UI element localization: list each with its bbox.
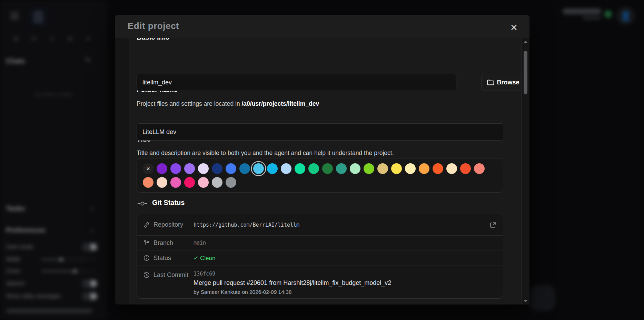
history-icon bbox=[143, 272, 150, 278]
status-row: Status ✓ Clean bbox=[137, 250, 503, 266]
color-swatch[interactable] bbox=[433, 163, 443, 174]
folder-name-input[interactable] bbox=[137, 74, 456, 91]
git-status-heading: Git Status bbox=[152, 199, 185, 207]
last-commit-row: Last Commit 136fc69 Merge pull request #… bbox=[137, 266, 503, 299]
color-swatch[interactable] bbox=[295, 163, 305, 174]
app-screen: ⚙ ⟳ ≡ ✉ ✕ Chats ✎ No chats or tasks Task… bbox=[0, 0, 644, 320]
color-swatch-none[interactable]: ✕ bbox=[143, 163, 153, 174]
color-row-1: ✕ bbox=[143, 163, 485, 174]
color-swatch[interactable] bbox=[184, 177, 195, 188]
color-picker: ✕ bbox=[137, 158, 503, 193]
project-title-input[interactable] bbox=[137, 123, 503, 141]
basic-info-heading: Basic Info bbox=[137, 38, 170, 41]
repository-url: https://github.com/BerriAI/litellm bbox=[194, 222, 299, 228]
last-commit-label: Last Commit bbox=[153, 271, 188, 279]
commit-hash: 136fc69 bbox=[194, 271, 391, 277]
modal-scrollbar[interactable] bbox=[521, 38, 529, 304]
scroll-down-arrow[interactable] bbox=[524, 300, 528, 302]
status-label-group: Status bbox=[137, 255, 194, 262]
link-icon bbox=[143, 222, 150, 228]
color-swatch[interactable] bbox=[377, 163, 388, 174]
repository-label: Repository bbox=[153, 221, 183, 228]
color-swatch[interactable] bbox=[212, 163, 222, 174]
color-swatch[interactable] bbox=[157, 177, 167, 188]
git-clean-status: ✓ Clean bbox=[194, 255, 215, 262]
branch-name: main bbox=[194, 240, 206, 246]
modal-scroll-area: Basic Info Folder name Project files and… bbox=[129, 38, 521, 304]
folder-description: Project files and settings are located i… bbox=[137, 100, 319, 107]
folder-description-prefix: Project files and settings are located i… bbox=[137, 100, 241, 107]
color-swatch[interactable] bbox=[405, 163, 416, 174]
color-swatch[interactable] bbox=[460, 163, 471, 174]
commit-message: Merge pull request #20601 from Harshit28… bbox=[194, 279, 391, 287]
color-swatch[interactable] bbox=[226, 177, 236, 188]
git-branch-icon bbox=[143, 240, 150, 246]
open-repository-button[interactable] bbox=[489, 221, 497, 229]
browse-button[interactable]: Browse bbox=[482, 74, 521, 91]
color-swatch[interactable] bbox=[198, 177, 209, 188]
color-swatch[interactable] bbox=[391, 163, 402, 174]
color-swatch[interactable] bbox=[157, 163, 167, 174]
color-swatch[interactable] bbox=[419, 163, 429, 174]
color-swatch[interactable] bbox=[143, 177, 153, 188]
close-button[interactable]: ✕ bbox=[508, 22, 520, 33]
edit-project-modal: Edit project ✕ Basic Info Folder name Pr… bbox=[115, 15, 529, 304]
color-swatch[interactable] bbox=[267, 163, 278, 174]
branch-label: Branch bbox=[153, 239, 173, 247]
commit-byline: by Sameer Kankute on 2026-02-09 14:38 bbox=[194, 289, 391, 295]
color-swatch[interactable] bbox=[198, 163, 209, 174]
folder-path: /a0/usr/projects/litellm_dev bbox=[241, 100, 319, 107]
repository-row: Repository https://github.com/BerriAI/li… bbox=[137, 214, 503, 235]
scroll-up-arrow[interactable] bbox=[524, 41, 528, 43]
folder-icon bbox=[487, 80, 494, 85]
status-label: Status bbox=[153, 255, 171, 262]
scrollbar-thumb[interactable] bbox=[524, 51, 527, 94]
color-swatch[interactable] bbox=[350, 163, 360, 174]
color-swatch[interactable] bbox=[336, 163, 347, 174]
last-commit-label-group: Last Commit bbox=[137, 271, 194, 279]
info-icon bbox=[143, 255, 150, 261]
status-value: Clean bbox=[200, 255, 215, 261]
color-swatch[interactable] bbox=[170, 177, 181, 188]
color-swatch[interactable] bbox=[308, 163, 319, 174]
color-swatch[interactable] bbox=[212, 177, 222, 188]
color-swatch[interactable] bbox=[239, 163, 250, 174]
color-swatch[interactable] bbox=[281, 163, 291, 174]
browse-button-label: Browse bbox=[497, 79, 519, 86]
color-swatch[interactable] bbox=[253, 163, 264, 174]
color-swatch[interactable] bbox=[474, 163, 485, 174]
color-swatch[interactable] bbox=[184, 163, 195, 174]
branch-label-group: Branch bbox=[137, 239, 194, 247]
color-swatch[interactable] bbox=[446, 163, 457, 174]
color-swatch[interactable] bbox=[364, 163, 374, 174]
color-swatch[interactable] bbox=[226, 163, 236, 174]
check-icon: ✓ bbox=[194, 255, 198, 261]
branch-row: Branch main bbox=[137, 236, 503, 250]
title-description: Title and description are visible to bot… bbox=[137, 149, 394, 157]
git-commit-icon bbox=[138, 201, 148, 206]
color-swatch[interactable] bbox=[170, 163, 181, 174]
repository-label-group: Repository bbox=[137, 221, 194, 228]
external-link-icon bbox=[489, 221, 497, 229]
color-swatch[interactable] bbox=[322, 163, 333, 174]
git-status-panel: Repository https://github.com/BerriAI/li… bbox=[137, 214, 503, 299]
color-row-2 bbox=[143, 177, 236, 188]
modal-title: Edit project bbox=[128, 21, 179, 31]
modal-header: Edit project ✕ bbox=[115, 15, 529, 38]
